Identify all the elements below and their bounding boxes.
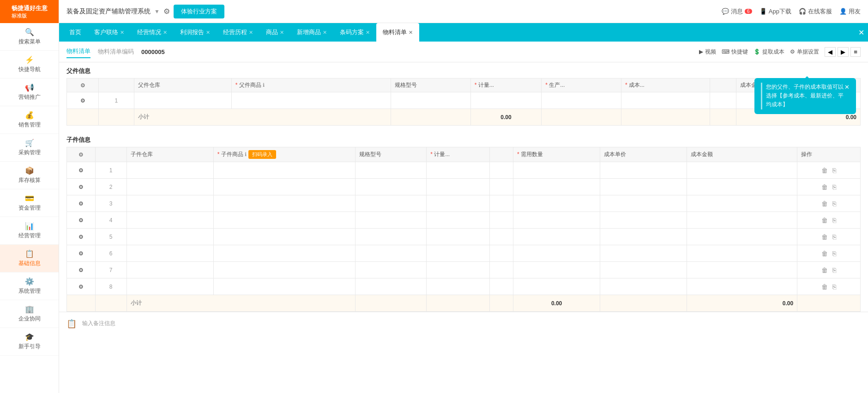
child-row-spec[interactable] [356, 245, 427, 262]
scan-btn[interactable]: 扫码录入 [248, 150, 276, 159]
note-icon[interactable]: 📋 [66, 319, 77, 329]
child-row-qty[interactable] [513, 179, 600, 195]
tab-goods-close[interactable]: ✕ [280, 30, 284, 36]
parent-col-settings[interactable]: ⚙ [67, 79, 99, 92]
sub-tab-list[interactable]: 物料清单 [66, 45, 90, 58]
tab-close-all[interactable]: ✕ [858, 28, 864, 37]
parent-row-product[interactable] [231, 92, 391, 109]
settings-action[interactable]: ⚙ 单据设置 [790, 48, 819, 56]
message-item[interactable]: 💬 消息 6 [722, 7, 752, 16]
parent-row-spec[interactable] [391, 92, 471, 109]
child-row-qty[interactable] [513, 212, 600, 229]
copy-icon[interactable]: ⎘ [832, 167, 836, 174]
sidebar-item-sales[interactable]: 💰 销售管理 [0, 106, 59, 134]
parent-row-gear[interactable]: ⚙ [67, 92, 99, 109]
child-row-spec[interactable] [356, 195, 427, 212]
child-row-product[interactable] [213, 245, 356, 262]
child-row-unitprice[interactable] [600, 245, 687, 262]
parent-row-warehouse[interactable] [134, 92, 231, 109]
sidebar-item-marketing[interactable]: 📢 营销推广 [0, 79, 59, 106]
tab-goods[interactable]: 商品 ✕ [259, 23, 290, 42]
sidebar-item-purchase[interactable]: 🛒 采购管理 [0, 134, 59, 162]
tab-operations-close[interactable]: ✕ [163, 30, 167, 36]
sidebar-item-guide[interactable]: 🎓 新手引导 [0, 328, 59, 356]
child-row-spec[interactable] [356, 278, 427, 295]
child-row-warehouse[interactable] [127, 262, 213, 278]
tab-profit-close[interactable]: ✕ [206, 30, 210, 36]
child-row-product[interactable] [213, 162, 356, 179]
child-row-spec[interactable] [356, 229, 427, 245]
child-row-gear[interactable]: ⚙ [67, 195, 96, 212]
tab-newgoods[interactable]: 新增商品 ✕ [290, 23, 333, 42]
tab-bom[interactable]: 物料清单 ✕ [376, 23, 419, 42]
delete-icon[interactable]: 🗑 [821, 167, 828, 174]
cost-action[interactable]: 💲 提取成本 [753, 48, 784, 56]
child-row-unit[interactable] [427, 179, 490, 195]
sidebar-item-enterprise[interactable]: 🏢 企业协同 [0, 300, 59, 328]
child-row-qty[interactable] [513, 262, 600, 278]
child-row-spec[interactable] [356, 179, 427, 195]
tab-newgoods-close[interactable]: ✕ [323, 30, 327, 36]
child-row-unit[interactable] [427, 212, 490, 229]
delete-icon[interactable]: 🗑 [821, 217, 828, 224]
topbar-gear-icon[interactable]: ⚙ [163, 7, 170, 16]
child-row-unitprice[interactable] [600, 262, 687, 278]
child-row-warehouse[interactable] [127, 278, 213, 295]
child-row-product[interactable] [213, 195, 356, 212]
delete-icon[interactable]: 🗑 [821, 250, 828, 257]
sidebar-item-search[interactable]: 🔍 搜索菜单 [0, 23, 59, 51]
tooltip-close-btn[interactable]: ✕ [844, 83, 850, 92]
child-row-unitprice[interactable] [600, 229, 687, 245]
parent-row-produce[interactable] [542, 92, 621, 109]
sidebar-item-inventory[interactable]: 📦 库存核算 [0, 162, 59, 189]
tab-barcode-close[interactable]: ✕ [366, 30, 370, 36]
child-row-unit[interactable] [427, 245, 490, 262]
child-row-gear[interactable]: ⚙ [67, 262, 96, 278]
grid-btn[interactable]: ≡ [850, 47, 861, 57]
child-row-spec[interactable] [356, 212, 427, 229]
app-download-item[interactable]: 📱 App下载 [760, 7, 791, 16]
delete-icon[interactable]: 🗑 [821, 283, 828, 290]
tab-bom-close[interactable]: ✕ [409, 30, 413, 36]
tab-customer-close[interactable]: ✕ [120, 30, 124, 36]
child-row-product[interactable] [213, 229, 356, 245]
delete-icon[interactable]: 🗑 [821, 266, 828, 274]
sidebar-item-system[interactable]: ⚙️ 系统管理 [0, 272, 59, 300]
child-row-warehouse[interactable] [127, 212, 213, 229]
tab-history-close[interactable]: ✕ [249, 30, 253, 36]
child-row-warehouse[interactable] [127, 179, 213, 195]
tab-barcode[interactable]: 条码方案 ✕ [333, 23, 376, 42]
user-item[interactable]: 👤 用友 [839, 7, 861, 16]
child-row-gear[interactable]: ⚙ [67, 278, 96, 295]
child-row-gear[interactable]: ⚙ [67, 229, 96, 245]
child-col-settings[interactable]: ⚙ [67, 147, 96, 162]
child-row-gear[interactable]: ⚙ [67, 162, 96, 179]
child-row-unitprice[interactable] [600, 162, 687, 179]
child-row-product[interactable] [213, 179, 356, 195]
sidebar-item-operations[interactable]: 📊 经营管理 [0, 217, 59, 245]
child-row-unitprice[interactable] [600, 179, 687, 195]
child-row-qty[interactable] [513, 229, 600, 245]
sidebar-item-finance[interactable]: 💳 资金管理 [0, 189, 59, 217]
copy-icon[interactable]: ⎘ [832, 217, 836, 224]
tab-history[interactable]: 经营历程 ✕ [217, 23, 259, 42]
tab-operations[interactable]: 经营情况 ✕ [131, 23, 174, 42]
child-row-qty[interactable] [513, 278, 600, 295]
tab-profit[interactable]: 利润报告 ✕ [174, 23, 217, 42]
delete-icon[interactable]: 🗑 [821, 233, 828, 241]
delete-icon[interactable]: 🗑 [821, 183, 828, 191]
view-action[interactable]: ▶ 视频 [699, 48, 716, 56]
child-row-gear[interactable]: ⚙ [67, 212, 96, 229]
child-row-warehouse[interactable] [127, 245, 213, 262]
copy-icon[interactable]: ⎘ [832, 250, 836, 257]
child-row-warehouse[interactable] [127, 162, 213, 179]
child-row-warehouse[interactable] [127, 229, 213, 245]
child-row-spec[interactable] [356, 262, 427, 278]
copy-icon[interactable]: ⎘ [832, 283, 836, 290]
child-row-unit[interactable] [427, 262, 490, 278]
child-row-qty[interactable] [513, 195, 600, 212]
child-row-unitprice[interactable] [600, 212, 687, 229]
parent-row-unit[interactable] [470, 92, 541, 109]
child-row-gear[interactable]: ⚙ [67, 245, 96, 262]
child-row-unitprice[interactable] [600, 278, 687, 295]
